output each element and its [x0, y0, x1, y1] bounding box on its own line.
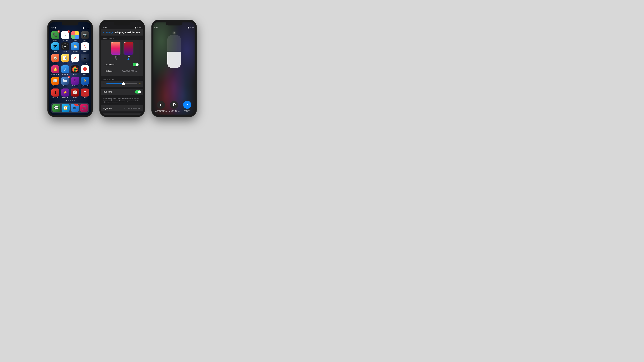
signal-icon: ▐▌ — [134, 27, 136, 28]
podcasts-label: Podcasts — [72, 85, 78, 87]
brightness-section-label: BRIGHTNESS — [101, 78, 144, 81]
light-radio — [115, 58, 117, 60]
options-row[interactable]: Options Dark Until 7:00 AM › — [103, 68, 141, 74]
app-itunes[interactable]: ⭐ iTunes Store — [51, 65, 60, 76]
true-tone-toggle[interactable] — [135, 90, 141, 93]
music-icon: 🎵 — [80, 104, 88, 112]
appearance-options: 9:41 Light 9:41 D — [103, 41, 141, 60]
notes-label: Notes — [64, 62, 67, 64]
cc-status-icons: ▐▌ ▲ ▬ — [187, 26, 194, 28]
app-shortcuts[interactable]: ⚡ Shortcuts — [61, 88, 70, 98]
cc-brightness-widget[interactable] — [167, 35, 181, 68]
app-phone[interactable]: 📞 27 Phone — [51, 31, 60, 41]
app-photos[interactable]: Photos — [70, 31, 80, 41]
svg-rect-11 — [63, 79, 64, 80]
app-podcasts[interactable]: 🎙 Podcasts — [70, 77, 80, 87]
app-notes[interactable]: 📝 Notes — [61, 54, 70, 64]
app-health[interactable]: Health — [80, 65, 90, 76]
settings-time: 6:54 — [104, 26, 107, 28]
app-weather[interactable]: ⛅ Weather — [70, 42, 80, 53]
app-tesla[interactable]: T Tesla — [80, 88, 90, 98]
dock-music[interactable]: 🎵 — [80, 104, 88, 112]
wifi-icon: ▲ — [190, 27, 192, 28]
mail-badge: 10,510 — [74, 104, 79, 106]
app-books[interactable]: 📖 Books — [51, 77, 60, 87]
dark-mode-option[interactable]: 9:41 Dark — [124, 41, 134, 60]
app-carrot[interactable]: 🌡 CARROT⁸ — [51, 88, 60, 98]
dock-mail[interactable]: ✉ 10,510 — [70, 104, 79, 112]
carrot-label: CARROT⁸ — [52, 97, 58, 98]
app-camera[interactable]: 📷 Camera — [80, 31, 90, 41]
podcasts-icon: 🎙 — [71, 77, 79, 85]
shortcuts-label: Shortcuts — [62, 97, 68, 98]
cc-night-shift-button[interactable]: Night ShiftOff Until 10:00 PM — [168, 101, 180, 113]
weather-label: Weather — [72, 51, 78, 52]
wifi-icon: ▲ — [137, 27, 138, 28]
app-maps[interactable]: 🗺 Maps — [51, 42, 60, 53]
app-myfitpal[interactable]: 🏃 MyFitnessPal — [80, 77, 90, 87]
app-things[interactable]: 1 Things — [61, 77, 70, 87]
reminders-icon: ✓ — [71, 54, 79, 62]
tesla-label: Tesla — [83, 97, 86, 98]
svg-text:N: N — [84, 44, 86, 49]
status-time: 6:54 — [52, 26, 56, 29]
dot-3 — [70, 100, 70, 101]
home-label: Home — [54, 62, 57, 64]
status-icons: ▐▌ ▲ ▬ — [82, 27, 89, 29]
activity-icon — [71, 65, 79, 73]
app-appstore[interactable]: A App Store — [61, 65, 70, 76]
myfitpal-icon: 🏃 — [81, 77, 89, 85]
light-mode-option[interactable]: 9:41 Light — [111, 41, 121, 60]
brightness-row: ☀ ☀ — [103, 82, 141, 85]
brightness-track[interactable] — [106, 83, 137, 84]
settings-label: Settings — [82, 62, 88, 64]
dock-messages[interactable]: 💬 — [52, 104, 60, 112]
phone-badge: 27 — [58, 30, 60, 33]
reminders-label: Reminders — [72, 62, 78, 64]
appearance-label: AppearanceDark Until 7:00 AM — [156, 109, 167, 113]
back-button[interactable]: Settings — [105, 31, 113, 34]
cc-sun-container: ✦ — [173, 31, 176, 35]
appearance-icon: ◐ — [157, 101, 165, 109]
automatic-toggle[interactable] — [133, 63, 139, 66]
light-time: 9:41 — [112, 42, 120, 43]
true-tone-label: True ToneOn — [184, 109, 190, 113]
cc-bottom-buttons: ◐ AppearanceDark Until 7:00 AM Night Shi… — [154, 101, 194, 113]
automatic-row[interactable]: Automatic — [103, 61, 141, 68]
night-shift-label: Night ShiftOff Until 10:00 PM — [168, 109, 180, 113]
clock-icon: 🕔 — [61, 42, 69, 50]
svg-rect-12 — [63, 81, 67, 82]
appearance-section: 9:41 Light 9:41 D — [101, 40, 144, 76]
app-home[interactable]: 🏠 Home — [51, 54, 60, 64]
back-arrow-icon: ‹ — [103, 31, 104, 34]
app-atbat[interactable]: ⚾ At Bat — [70, 88, 80, 98]
dark-thumb: 9:41 — [124, 41, 134, 55]
cc-brightness-fill — [167, 52, 181, 68]
app-clock[interactable]: 🕔 Clock — [61, 42, 70, 53]
brightness-thumb — [122, 82, 125, 85]
dock-safari[interactable]: 🧭 — [62, 104, 70, 112]
notes-icon: 📝 — [61, 54, 69, 62]
notch — [114, 22, 130, 25]
auto-lock-row[interactable]: Auto-Lock Never › — [101, 113, 144, 115]
cc-true-tone-button[interactable]: ✦ True ToneOn — [181, 101, 193, 113]
app-grid: 📞 27 Phone MON 3 1 — [49, 30, 92, 88]
app-reminders[interactable]: ✓ Reminders — [70, 54, 80, 64]
night-shift-chevron-icon: › — [140, 107, 141, 110]
night-shift-label: Night Shift — [103, 107, 122, 110]
true-tone-row[interactable]: True Tone — [101, 89, 144, 95]
cc-status-bar: 6:54 ▐▌ ▲ ▬ — [154, 26, 194, 28]
dark-radio — [128, 58, 130, 60]
light-label: Light — [114, 56, 118, 57]
true-tone-group: True Tone — [101, 89, 144, 95]
night-shift-group: Night Shift 10:00 PM to 7:00 AM › — [101, 105, 144, 111]
app-calendar[interactable]: MON 3 1 Calendar — [61, 31, 70, 41]
iphone-home: 6:54 ▐▌ ▲ ▬ 📞 27 Phone — [48, 20, 93, 117]
app-activity[interactable]: Activity — [70, 65, 80, 76]
night-shift-row[interactable]: Night Shift 10:00 PM to 7:00 AM › — [101, 105, 144, 111]
cc-brightness-slider[interactable] — [167, 35, 181, 68]
atbat-label: At Bat — [73, 97, 77, 98]
cc-appearance-button[interactable]: ◐ AppearanceDark Until 7:00 AM — [155, 101, 167, 113]
app-news[interactable]: N News — [80, 42, 90, 53]
app-settings[interactable]: ⚙ Settings — [80, 54, 90, 64]
